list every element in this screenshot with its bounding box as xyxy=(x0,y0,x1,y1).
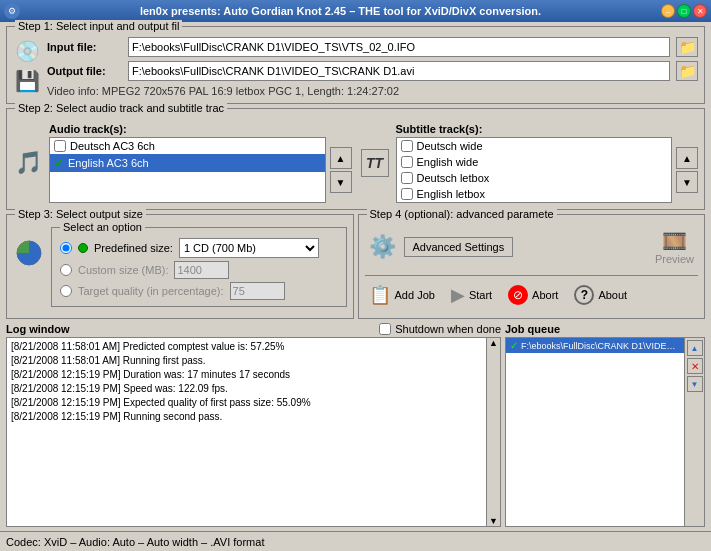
audio-up-btn[interactable]: ▲ xyxy=(330,147,352,169)
option-group-label: Select an option xyxy=(60,221,145,233)
about-btn[interactable]: ? About xyxy=(570,283,631,307)
title-icon: ⚙ xyxy=(4,3,20,19)
audio-track-check-0[interactable] xyxy=(54,140,66,152)
gear-icon: ⚙️ xyxy=(369,234,396,260)
step3-label: Step 3: Select output size xyxy=(15,208,146,220)
output-file-browse-btn[interactable]: 📁 xyxy=(676,61,698,81)
subtitle-item-0[interactable]: Deutsch wide xyxy=(397,138,672,154)
subtitle-item-2[interactable]: Deutsch letbox xyxy=(397,170,672,186)
step4-label: Step 4 (optional): advanced paramete xyxy=(367,208,557,220)
film-icon: 🎞️ xyxy=(662,229,687,253)
close-btn[interactable]: ✕ xyxy=(693,4,707,18)
audio-track-item-0[interactable]: Deutsch AC3 6ch xyxy=(50,138,325,154)
advanced-settings-btn[interactable]: Advanced Settings xyxy=(404,237,514,257)
queue-up-btn[interactable]: ▲ xyxy=(687,340,703,356)
start-btn[interactable]: ▶ Start xyxy=(447,282,496,308)
step4-group: Step 4 (optional): advanced paramete ⚙️ … xyxy=(358,214,706,319)
subtitle-track-label: Subtitle track(s): xyxy=(396,123,699,135)
step1-group: Step 1: Select input and output fil 💿 💾 … xyxy=(6,26,705,104)
status-bar: Codec: XviD – Audio: Auto – Auto width –… xyxy=(0,531,711,551)
add-job-label: Add Job xyxy=(395,289,435,301)
custom-size-label: Custom size (MB): xyxy=(78,264,168,276)
add-job-icon: 📋 xyxy=(369,284,391,306)
predefined-select[interactable]: 1 CD (700 Mb) 2 CD (1400 Mb) Custom xyxy=(179,238,319,258)
subtitle-item-3[interactable]: English letbox xyxy=(397,186,672,202)
start-label: Start xyxy=(469,289,492,301)
subtitle-check-0[interactable] xyxy=(401,140,413,152)
status-text: Codec: XviD – Audio: Auto – Auto width –… xyxy=(6,536,264,548)
input-file-label: Input file: xyxy=(47,41,122,53)
output-disc-icon: 💾 xyxy=(13,67,41,95)
audio-track-checkmark-1: ✓ xyxy=(54,156,64,170)
custom-size-radio[interactable] xyxy=(60,264,72,276)
subtitle-down-btn[interactable]: ▼ xyxy=(676,171,698,193)
step2-label: Step 2: Select audio track and subtitle … xyxy=(15,102,227,114)
subtitle-item-1[interactable]: English wide xyxy=(397,154,672,170)
add-job-btn[interactable]: 📋 Add Job xyxy=(365,282,439,308)
step2-group: Step 2: Select audio track and subtitle … xyxy=(6,108,705,210)
subtitle-check-3[interactable] xyxy=(401,188,413,200)
video-info: Video info: MPEG2 720x576 PAL 16:9 letbo… xyxy=(47,83,698,97)
subtitle-icon: TT xyxy=(360,123,390,203)
audio-track-item-1[interactable]: ✓ English AC3 6ch xyxy=(50,154,325,172)
help-icon: ? xyxy=(574,285,594,305)
title-bar: ⚙ len0x presents: Auto Gordian Knot 2.45… xyxy=(0,0,711,22)
log-line-3: [8/21/2008 12:15:19 PM] Speed was: 122.0… xyxy=(11,382,482,396)
log-window-label: Log window xyxy=(6,323,70,335)
pie-icon xyxy=(13,237,45,269)
target-quality-label: Target quality (in percentage): xyxy=(78,285,224,297)
queue-item-0[interactable]: ✓ F:\ebooks\FullDisc\CRANK D1\VIDEO_TS\C… xyxy=(506,338,684,353)
queue-checkmark-0: ✓ xyxy=(510,340,518,351)
step1-label: Step 1: Select input and output fil xyxy=(15,20,182,32)
log-line-4: [8/21/2008 12:15:19 PM] Expected quality… xyxy=(11,396,482,410)
target-quality-radio[interactable] xyxy=(60,285,72,297)
log-box: [8/21/2008 11:58:01 AM] Predicted compte… xyxy=(6,337,501,527)
input-file-browse-btn[interactable]: 📁 xyxy=(676,37,698,57)
queue-arrows: ▲ ✕ ▼ xyxy=(684,338,704,526)
step1-icons: 💿 💾 xyxy=(13,35,41,95)
input-file-field[interactable] xyxy=(128,37,670,57)
target-quality-input[interactable] xyxy=(230,282,285,300)
preview-label: Preview xyxy=(655,253,694,265)
abort-btn[interactable]: ⊘ Abort xyxy=(504,283,562,307)
output-file-label: Output file: xyxy=(47,65,122,77)
audio-icon: 🎵 xyxy=(13,123,43,203)
queue-delete-btn[interactable]: ✕ xyxy=(687,358,703,374)
step3-group: Step 3: Select output size Select an opt… xyxy=(6,214,354,319)
subtitle-check-1[interactable] xyxy=(401,156,413,168)
log-scrollbar[interactable]: ▲ ▼ xyxy=(486,338,500,526)
start-icon: ▶ xyxy=(451,284,465,306)
log-line-2: [8/21/2008 12:15:19 PM] Duration was: 17… xyxy=(11,368,482,382)
shutdown-checkbox[interactable] xyxy=(379,323,391,335)
audio-down-btn[interactable]: ▼ xyxy=(330,171,352,193)
audio-track-label: Audio track(s): xyxy=(49,123,352,135)
predefined-radio[interactable] xyxy=(60,242,72,254)
subtitle-check-2[interactable] xyxy=(401,172,413,184)
subtitle-up-btn[interactable]: ▲ xyxy=(676,147,698,169)
predefined-label: Predefined size: xyxy=(94,242,173,254)
about-label: About xyxy=(598,289,627,301)
maximize-btn[interactable]: □ xyxy=(677,4,691,18)
job-queue-box: ✓ F:\ebooks\FullDisc\CRANK D1\VIDEO_TS\C… xyxy=(505,337,705,527)
shutdown-label: Shutdown when done xyxy=(395,323,501,335)
abort-label: Abort xyxy=(532,289,558,301)
queue-down-btn[interactable]: ▼ xyxy=(687,376,703,392)
stop-icon: ⊘ xyxy=(508,285,528,305)
minimize-btn[interactable]: – xyxy=(661,4,675,18)
subtitle-track-list: Deutsch wide English wide Deutsch letbox xyxy=(396,137,673,203)
job-queue-label: Job queue xyxy=(505,323,705,335)
advanced-settings-label: Advanced Settings xyxy=(413,241,505,253)
custom-size-input[interactable] xyxy=(174,261,229,279)
log-line-5: [8/21/2008 12:15:19 PM] Running second p… xyxy=(11,410,482,424)
log-line-0: [8/21/2008 11:58:01 AM] Predicted compte… xyxy=(11,340,482,354)
audio-track-list: Deutsch AC3 6ch ✓ English AC3 6ch xyxy=(49,137,326,203)
output-file-field[interactable] xyxy=(128,61,670,81)
input-disc-icon: 💿 xyxy=(13,37,41,65)
log-line-1: [8/21/2008 11:58:01 AM] Running first pa… xyxy=(11,354,482,368)
window-title: len0x presents: Auto Gordian Knot 2.45 –… xyxy=(20,5,661,17)
